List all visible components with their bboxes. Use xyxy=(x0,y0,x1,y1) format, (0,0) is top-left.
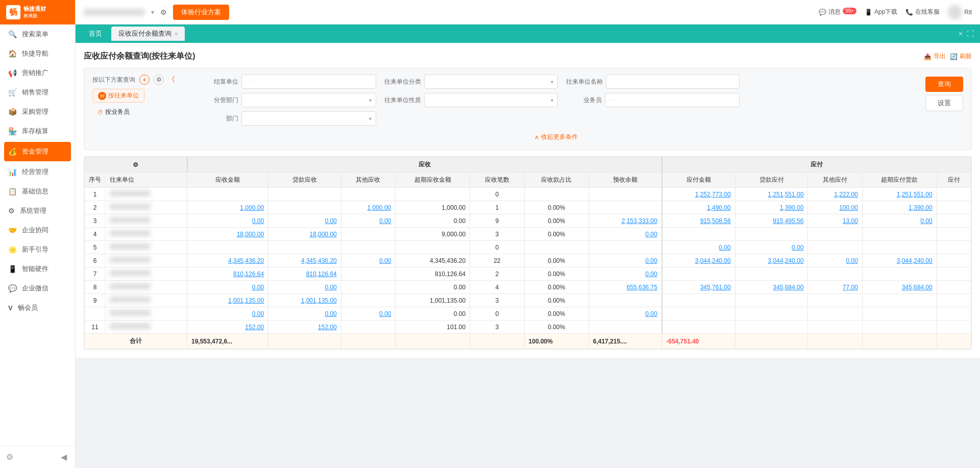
cell-overdue-pay[interactable]: 345,684.00 xyxy=(862,281,937,294)
notification-btn[interactable]: 💬 消息 99+ xyxy=(819,8,856,16)
sidebar-item-marketing[interactable]: 📢 营销推广 xyxy=(0,63,75,83)
cell-recv-amt[interactable]: 1,000.00 xyxy=(187,201,268,214)
cell-overdue-pay[interactable]: 1,251,551.00 xyxy=(862,188,937,201)
cell-pay-amt[interactable]: 915,508.56 xyxy=(662,214,736,228)
chevron-down-icon[interactable]: ▾ xyxy=(151,9,154,16)
sidebar-item-system[interactable]: ⚙ 系统管理 xyxy=(0,201,75,220)
filter-config-button[interactable]: ⚙ xyxy=(154,75,164,85)
cell-loan-recv[interactable]: 0.00 xyxy=(268,214,341,228)
settlement-input[interactable]: ··· xyxy=(241,75,376,89)
cell-recv-amt[interactable]: 0.00 xyxy=(187,307,268,321)
cell-overdue-pay[interactable]: 1,390.00 xyxy=(862,201,937,214)
sidebar-item-finance[interactable]: 💰 资金管理 xyxy=(4,142,71,161)
sidebar-item-search[interactable]: 🔍 搜索菜单 xyxy=(0,24,75,44)
settings-button[interactable]: 设置 xyxy=(925,95,963,111)
export-button[interactable]: 📤 导出 xyxy=(924,52,946,61)
cell-loan-pay[interactable]: 345,684.00 xyxy=(735,281,808,294)
cell-prepay[interactable]: 0.00 xyxy=(589,254,662,267)
cell-other-pay[interactable]: 0.00 xyxy=(808,254,863,267)
cell-recv-amt[interactable]: 152.00 xyxy=(187,321,268,334)
table-settings-icon[interactable]: ⚙ xyxy=(133,161,138,168)
sidebar-settings-btn[interactable]: ⚙ xyxy=(6,452,13,462)
refresh-button[interactable]: 🔄 刷新 xyxy=(950,52,972,61)
cell-other-pay[interactable]: 100.00 xyxy=(808,201,863,214)
cell-other-recv[interactable]: 0.00 xyxy=(341,254,396,267)
cell-recv-amt[interactable]: 0.00 xyxy=(187,214,268,228)
cell-recv-amt[interactable]: 810,126.64 xyxy=(187,267,268,281)
cell-pay-amt[interactable]: 1,252,773.00 xyxy=(662,188,736,201)
cell-loan-recv[interactable]: 18,000.00 xyxy=(268,228,341,241)
sidebar-item-sales[interactable]: 🛒 销售管理 xyxy=(0,83,75,102)
cell-loan-recv[interactable]: 0.00 xyxy=(268,307,341,321)
cell-recv-amt[interactable]: 4,345,436.20 xyxy=(187,254,268,267)
cell-loan-recv[interactable]: 1,001,135.00 xyxy=(268,294,341,307)
window-maximize-btn[interactable]: ⛶ xyxy=(967,30,974,38)
app-download-btn[interactable]: 📱 App下载 xyxy=(865,8,897,16)
partner-type-label: 往来单位性质 xyxy=(384,96,421,105)
filter-option-business[interactable]: ⏱ 按业务员 xyxy=(92,106,194,118)
partner-category-input[interactable]: ▾ xyxy=(424,75,558,89)
sidebar-item-member[interactable]: V 畅会员 xyxy=(0,298,75,317)
cell-prepay[interactable]: 0.00 xyxy=(589,228,662,241)
cell-prepay[interactable]: 655,636.75 xyxy=(589,281,662,294)
cell-loan-pay[interactable]: 1,251,551.00 xyxy=(735,188,808,201)
cell-loan-recv[interactable]: 4,345,436.20 xyxy=(268,254,341,267)
cell-recv-amt[interactable]: 0.00 xyxy=(187,281,268,294)
sidebar-item-quick-nav[interactable]: 🏠 快捷导航 xyxy=(0,44,75,63)
cell-prepay[interactable]: 0.00 xyxy=(589,267,662,281)
topbar-gear-icon[interactable]: ⚙ xyxy=(160,8,167,16)
cell-pay2 xyxy=(937,188,971,201)
sidebar-item-wechat[interactable]: 💬 企业微信 xyxy=(0,279,75,298)
cell-other-recv[interactable]: 1,000.00 xyxy=(341,201,396,214)
query-button[interactable]: 查询 xyxy=(925,77,963,92)
cell-other-pay[interactable]: 1,222.00 xyxy=(808,188,863,201)
sidebar-collapse-btn[interactable]: ◀‍‍ ‍ xyxy=(61,452,69,462)
cell-overdue-pay[interactable]: 3,044,240.00 xyxy=(862,254,937,267)
sidebar-item-inventory[interactable]: 🏪 库存核算 xyxy=(0,121,75,141)
solution-button[interactable]: 体验行业方案 xyxy=(173,5,229,20)
cell-pay-amt[interactable]: 1,490.00 xyxy=(662,201,736,214)
cell-loan-pay[interactable]: 1,390.00 xyxy=(735,201,808,214)
sidebar-item-operations[interactable]: 📊 经营管理 xyxy=(0,162,75,182)
dept-input[interactable]: ▾ xyxy=(241,93,376,107)
tab-home[interactable]: 首页 xyxy=(82,27,109,41)
department-input[interactable]: ▾ xyxy=(241,111,376,126)
partner-type-input[interactable]: ▾ xyxy=(424,93,558,107)
cell-other-recv[interactable]: 0.00 xyxy=(341,307,396,321)
filter-expand-button[interactable]: 《 xyxy=(168,75,175,84)
table-row: 91,001,135.001,001,135.001,001,135.0030.… xyxy=(85,294,971,307)
cell-overdue-pay[interactable]: 0.00 xyxy=(862,214,937,228)
cell-loan-recv[interactable]: 810,126.64 xyxy=(268,267,341,281)
user-profile-btn[interactable]: Rit xyxy=(948,5,972,19)
cell-loan-pay[interactable]: 3,044,240.00 xyxy=(735,254,808,267)
filter-add-button[interactable]: + xyxy=(139,75,150,85)
window-close-btn[interactable]: × xyxy=(959,30,963,38)
sidebar-item-hardware[interactable]: 📱 智能硬件 xyxy=(0,259,75,279)
online-service-btn[interactable]: 📞 在线客服 xyxy=(905,8,940,16)
collapse-button[interactable]: ∧ 收起更多条件 xyxy=(534,131,578,143)
cell-loan-recv[interactable]: 0.00 xyxy=(268,281,341,294)
cell-other-recv[interactable]: 0.00 xyxy=(341,214,396,228)
filter-option-partner[interactable]: W 按往来单位 xyxy=(92,89,144,103)
cell-recv-amt[interactable]: 1,001,135.00 xyxy=(187,294,268,307)
cell-other-pay[interactable]: 77.00 xyxy=(808,281,863,294)
sidebar-item-purchase[interactable]: 📦 采购管理 xyxy=(0,102,75,121)
sidebar-item-guide[interactable]: 🌟 新手引导 xyxy=(0,240,75,259)
cell-loan-recv[interactable]: 152.00 xyxy=(268,321,341,334)
cell-recv-amt[interactable]: 18,000.00 xyxy=(187,228,268,241)
cell-loan-pay[interactable]: 915,495.56 xyxy=(735,214,808,228)
cell-pay-amt[interactable]: 3,044,240.00 xyxy=(662,254,736,267)
cell-loan-pay[interactable]: 0.00 xyxy=(735,241,808,254)
tab-close-btn[interactable]: × xyxy=(175,31,178,37)
cell-pay-amt[interactable]: 0.00 xyxy=(662,241,736,254)
tab-receivable-query[interactable]: 应收应付余额查询 × xyxy=(111,27,185,41)
cell-prepay[interactable]: 2,153,333.00 xyxy=(589,214,662,228)
cell-pay-amt[interactable]: 345,761.00 xyxy=(662,281,736,294)
sidebar-item-enterprise[interactable]: 🤝 企业协同 xyxy=(0,220,75,240)
cell-other-pay[interactable]: 13.00 xyxy=(808,214,863,228)
cell-prepay[interactable]: 0.00 xyxy=(589,307,662,321)
cell-recv-ratio xyxy=(524,188,589,201)
salesperson-input[interactable]: ··· xyxy=(605,93,740,107)
sidebar-item-basic[interactable]: 📋 基础信息 xyxy=(0,182,75,201)
partner-name-input[interactable] xyxy=(606,75,740,89)
